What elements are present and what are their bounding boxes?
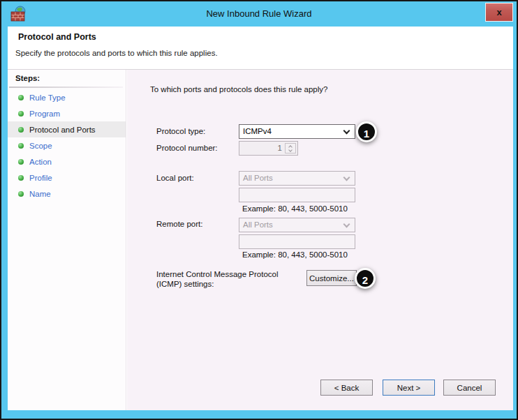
- steps-sidebar: Steps: Rule Type Program Protocol and Po…: [8, 70, 126, 410]
- step-bullet-icon: [18, 191, 24, 197]
- step-label: Action: [29, 158, 52, 166]
- customize-button[interactable]: Customize...: [306, 270, 357, 286]
- main-panel: To which ports and protocols does this r…: [127, 70, 513, 410]
- step-bullet-icon: [18, 175, 24, 181]
- protocol-type-label: Protocol type:: [156, 127, 205, 135]
- icmp-label-line2: (ICMP) settings:: [156, 280, 303, 290]
- sidebar-item-rule-type[interactable]: Rule Type: [8, 89, 126, 105]
- annotation-badge-1: 1: [356, 121, 377, 142]
- step-bullet-icon: [18, 127, 24, 133]
- remote-port-value: All Ports: [243, 220, 273, 229]
- remote-port-example: Example: 80, 443, 5000-5010: [242, 250, 348, 259]
- step-label: Rule Type: [29, 93, 66, 102]
- steps-divider: [9, 87, 123, 88]
- step-bullet-icon: [18, 111, 24, 117]
- step-bullet-icon: [18, 159, 24, 165]
- step-label: Profile: [29, 174, 52, 182]
- protocol-number-spinner: 1: [239, 141, 298, 156]
- close-button[interactable]: x: [485, 3, 513, 22]
- wizard-window: New Inbound Rule Wizard x Protocol and P…: [0, 0, 518, 420]
- dialog-body: Protocol and Ports Specify the protocols…: [8, 27, 513, 410]
- step-label: Name: [29, 190, 51, 198]
- window-title: New Inbound Rule Wizard: [1, 8, 517, 19]
- protocol-number-value: 1: [278, 142, 282, 155]
- step-label: Scope: [29, 142, 52, 150]
- local-port-dropdown: All Ports: [239, 171, 355, 186]
- sidebar-item-program[interactable]: Program: [8, 105, 126, 121]
- sidebar-item-scope[interactable]: Scope: [8, 137, 126, 153]
- remote-port-dropdown: All Ports: [239, 218, 355, 232]
- annotation-badge-2: 2: [355, 268, 376, 289]
- icmp-settings-label: Internet Control Message Protocol (ICMP)…: [156, 270, 303, 289]
- chevron-down-icon: [343, 221, 350, 228]
- sidebar-item-profile[interactable]: Profile: [8, 170, 126, 186]
- steps-list: Rule Type Program Protocol and Ports Sco…: [8, 89, 126, 202]
- steps-heading: Steps:: [15, 74, 40, 82]
- sidebar-item-action[interactable]: Action: [8, 153, 126, 170]
- spin-buttons: [285, 143, 296, 153]
- step-bullet-icon: [18, 143, 24, 149]
- page-title: Protocol and Ports: [18, 32, 96, 42]
- local-port-value: All Ports: [243, 174, 273, 182]
- close-icon: x: [496, 7, 501, 17]
- protocol-number-label: Protocol number:: [156, 144, 218, 152]
- remote-port-input: [239, 234, 355, 249]
- icmp-label-line1: Internet Control Message Protocol: [156, 270, 303, 280]
- chevron-down-icon: [343, 174, 350, 181]
- next-button[interactable]: Next >: [383, 380, 435, 396]
- step-label: Program: [29, 110, 60, 118]
- back-button[interactable]: < Back: [320, 380, 373, 396]
- chevron-down-icon: [343, 128, 350, 135]
- title-bar[interactable]: New Inbound Rule Wizard x: [1, 1, 517, 25]
- sidebar-item-protocol-and-ports[interactable]: Protocol and Ports: [8, 121, 126, 137]
- question-text: To which ports and protocols does this r…: [150, 85, 327, 93]
- step-label: Protocol and Ports: [29, 126, 96, 134]
- local-port-label: Local port:: [156, 174, 194, 182]
- protocol-type-dropdown[interactable]: ICMPv4: [239, 124, 355, 139]
- page-subtitle: Specify the protocols and ports to which…: [15, 49, 218, 57]
- remote-port-label: Remote port:: [156, 220, 202, 228]
- local-port-input: [239, 188, 355, 202]
- spin-down-icon: [286, 149, 295, 153]
- step-bullet-icon: [18, 95, 24, 100]
- protocol-type-value: ICMPv4: [243, 127, 272, 135]
- sidebar-item-name[interactable]: Name: [8, 186, 126, 202]
- local-port-example: Example: 80, 443, 5000-5010: [242, 204, 348, 213]
- cancel-button[interactable]: Cancel: [443, 380, 496, 396]
